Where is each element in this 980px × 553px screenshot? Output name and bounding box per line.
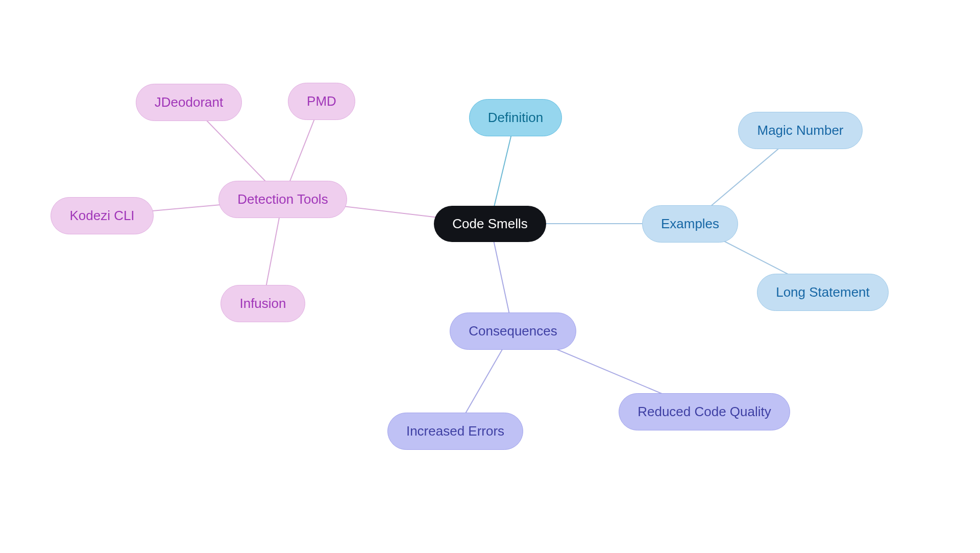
node-infusion[interactable]: Infusion [220, 285, 305, 322]
node-label: JDeodorant [155, 94, 223, 110]
node-label: Consequences [469, 323, 557, 339]
node-jdeodorant[interactable]: JDeodorant [136, 84, 242, 121]
node-pmd[interactable]: PMD [288, 83, 355, 120]
node-consequences[interactable]: Consequences [450, 312, 576, 350]
node-kodezi[interactable]: Kodezi CLI [51, 197, 153, 234]
node-increased_errors[interactable]: Increased Errors [387, 413, 523, 450]
node-label: Kodezi CLI [69, 208, 134, 224]
node-examples[interactable]: Examples [642, 205, 738, 243]
node-label: Magic Number [757, 123, 843, 138]
node-label: Increased Errors [406, 423, 504, 439]
node-definition[interactable]: Definition [469, 99, 562, 136]
node-magic_number[interactable]: Magic Number [738, 112, 862, 149]
node-detection_tools[interactable]: Detection Tools [218, 181, 347, 218]
node-label: Long Statement [776, 284, 870, 300]
node-reduced_quality[interactable]: Reduced Code Quality [619, 393, 790, 430]
node-label: Reduced Code Quality [638, 404, 771, 420]
node-label: Code Smells [452, 216, 527, 232]
node-label: Examples [661, 216, 719, 232]
node-label: PMD [307, 93, 336, 109]
node-long_statement[interactable]: Long Statement [757, 274, 889, 311]
node-label: Definition [488, 110, 543, 126]
node-center[interactable]: Code Smells [434, 206, 546, 242]
node-label: Infusion [239, 296, 286, 311]
node-label: Detection Tools [237, 191, 328, 207]
